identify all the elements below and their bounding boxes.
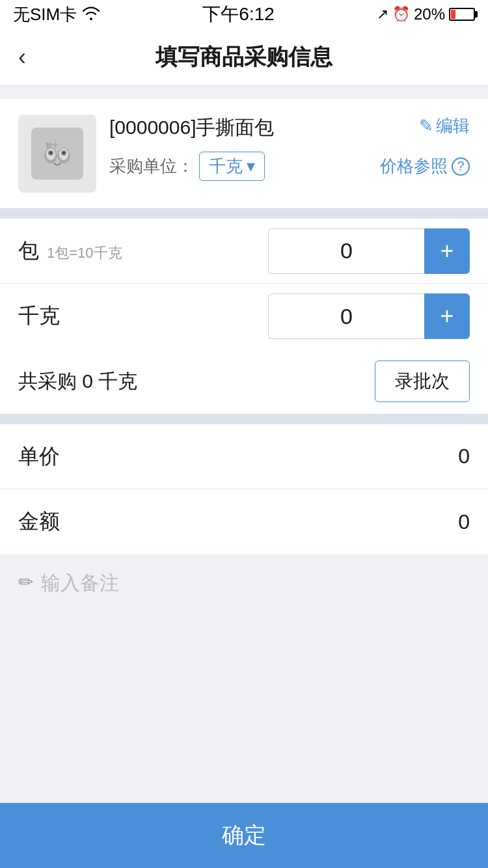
status-carrier: 无SIM卡 <box>13 3 100 26</box>
product-top-row: [0000006]手撕面包 ✎ 编辑 <box>109 115 470 141</box>
svg-text:智十: 智十 <box>46 142 59 149</box>
section-divider-2 <box>0 414 488 424</box>
bag-input-control: + <box>268 228 470 274</box>
empty-space <box>0 619 488 803</box>
summary-row: 共采购 0 千克 录批次 <box>0 349 488 414</box>
product-thumbnail: 智十 <box>31 128 83 180</box>
header: ‹ 填写商品采购信息 <box>0 29 488 86</box>
confirm-button[interactable]: 确定 <box>222 821 266 850</box>
unit-price-value: 0 <box>458 444 470 468</box>
amount-value: 0 <box>458 510 470 534</box>
product-name: [0000006]手撕面包 <box>109 115 274 141</box>
footer[interactable]: 确定 <box>0 803 488 868</box>
kg-label-text: 千克 <box>18 302 60 331</box>
kg-input-row: 千克 + <box>0 284 488 349</box>
status-time: 下午6:12 <box>202 2 275 27</box>
kg-input-control: + <box>268 293 470 339</box>
edit-icon: ✎ <box>419 116 433 136</box>
amount-label: 金额 <box>18 508 60 536</box>
carrier-text: 无SIM卡 <box>13 3 77 26</box>
info-icon: ? <box>452 157 470 176</box>
unit-value: 千克 <box>209 155 243 178</box>
remark-placeholder: 输入备注 <box>41 570 119 597</box>
unit-price-label: 单价 <box>18 442 60 471</box>
section-divider-1 <box>0 208 488 219</box>
battery-icon <box>449 8 475 21</box>
bag-label-text: 包 <box>18 237 39 265</box>
batch-button[interactable]: 录批次 <box>375 360 470 402</box>
kg-label: 千克 <box>18 302 60 331</box>
bag-plus-button[interactable]: + <box>424 228 470 274</box>
edit-button[interactable]: ✎ 编辑 <box>419 115 470 137</box>
unit-label: 采购单位： 千克 ▾ <box>109 152 265 181</box>
alarm-icon: ⏰ <box>392 6 410 23</box>
chevron-down-icon: ▾ <box>247 156 255 176</box>
amount-row: 金额 0 <box>0 489 488 554</box>
svg-point-7 <box>62 152 65 154</box>
bag-input-row: 包 1包=10千克 + <box>0 219 488 284</box>
top-divider <box>0 86 488 99</box>
price-ref-button[interactable]: 价格参照 ? <box>380 155 470 178</box>
battery-percent: 20% <box>414 5 445 23</box>
status-right: ↗ ⏰ 20% <box>377 5 475 23</box>
location-icon: ↗ <box>377 6 388 23</box>
product-unit-row: 采购单位： 千克 ▾ 价格参照 ? <box>109 152 470 181</box>
product-image: 智十 <box>18 115 96 193</box>
summary-text: 共采购 0 千克 <box>18 368 137 395</box>
unit-select-dropdown[interactable]: 千克 ▾ <box>199 152 265 181</box>
price-ref-label: 价格参照 <box>380 155 448 178</box>
pencil-icon: ✏ <box>18 571 33 593</box>
status-bar: 无SIM卡 下午6:12 ↗ ⏰ 20% <box>0 0 488 29</box>
edit-label: 编辑 <box>436 115 470 137</box>
remark-section[interactable]: ✏ 输入备注 <box>0 554 488 619</box>
bag-label: 包 1包=10千克 <box>18 237 122 265</box>
unit-price-row: 单价 0 <box>0 424 488 489</box>
kg-plus-button[interactable]: + <box>424 293 470 339</box>
product-info: [0000006]手撕面包 ✎ 编辑 采购单位： 千克 ▾ 价格参照 ? <box>109 115 470 181</box>
bag-sublabel-text: 1包=10千克 <box>47 243 122 263</box>
input-section: 包 1包=10千克 + 千克 + <box>0 219 488 349</box>
product-card: 智十 [0000006]手撕面包 ✎ 编辑 采购单位： 千克 ▾ <box>0 99 488 208</box>
plus-icon: + <box>440 237 454 265</box>
page-title: 填写商品采购信息 <box>156 42 332 72</box>
battery-fill <box>451 10 455 19</box>
kg-quantity-input[interactable] <box>268 293 424 339</box>
plus-icon-2: + <box>440 303 454 330</box>
wifi-icon <box>82 5 100 25</box>
content-area: 智十 [0000006]手撕面包 ✎ 编辑 采购单位： 千克 ▾ <box>0 86 488 803</box>
back-button[interactable]: ‹ <box>18 44 26 71</box>
svg-point-6 <box>49 152 52 154</box>
info-section: 单价 0 金额 0 <box>0 424 488 554</box>
bag-quantity-input[interactable] <box>268 228 424 274</box>
